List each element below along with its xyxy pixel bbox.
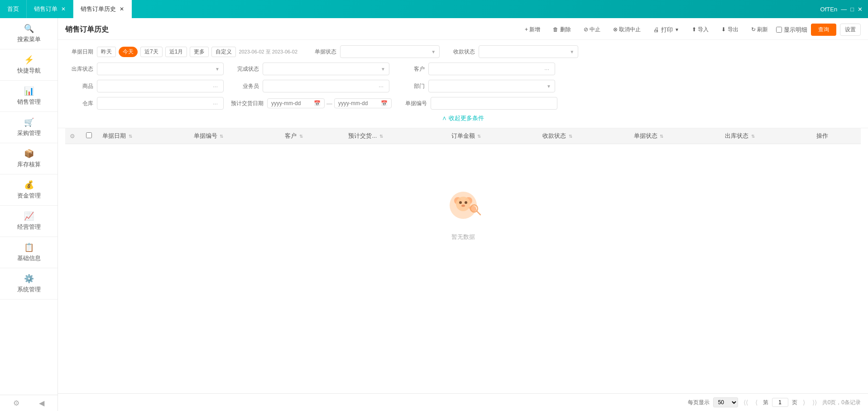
- sidebar-item-operations[interactable]: 📈 经营管理: [0, 206, 58, 237]
- outbound-status-field[interactable]: ▼: [97, 63, 224, 75]
- sidebar-bottom-expand-icon[interactable]: ◀: [39, 399, 44, 407]
- completion-status-field[interactable]: ▼: [263, 63, 389, 75]
- sidebar-item-operations-label: 经营管理: [17, 223, 41, 231]
- page-first-btn[interactable]: ⟨⟨: [742, 398, 750, 407]
- completion-status-label: 完成状态: [231, 65, 263, 73]
- tab-sales-order[interactable]: 销售订单 ✕: [27, 0, 73, 18]
- product-field[interactable]: ···: [97, 80, 224, 92]
- date-btn-1month[interactable]: 近1月: [165, 47, 187, 57]
- warehouse-ellipsis-icon[interactable]: ···: [211, 100, 220, 107]
- order-no-field[interactable]: [431, 97, 557, 110]
- date-btn-custom[interactable]: 自定义: [211, 47, 236, 57]
- delivery-end-input[interactable]: [338, 100, 379, 106]
- table-header-row: ⚙ 单据日期 ⇅ 单据编号 ⇅: [65, 128, 861, 144]
- print-button[interactable]: 🖨 打印 ▼: [649, 24, 684, 36]
- delivery-start-cal-icon[interactable]: 📅: [314, 100, 321, 106]
- sidebar-item-inventory[interactable]: 📦 库存核算: [0, 143, 58, 174]
- table-col-order-status-sort-icon[interactable]: ⇅: [660, 134, 663, 139]
- refresh-button[interactable]: ↻ 刷新: [747, 24, 772, 35]
- department-field[interactable]: ▼: [428, 80, 555, 92]
- warehouse-field[interactable]: ···: [97, 97, 224, 110]
- empty-state: 暂无数据: [65, 144, 861, 259]
- date-btn-yesterday[interactable]: 昨天: [97, 47, 116, 57]
- content-area: 销售订单历史 + 新增 🗑 删除 ⊘ 中止 ⊗ 取消中止 🖨 打印 ▼ ⬆ 导入…: [58, 18, 868, 411]
- sales-rep-ellipsis-icon[interactable]: ···: [377, 83, 385, 90]
- sidebar-item-purchase-mgmt-label: 采购管理: [17, 129, 41, 137]
- sidebar-item-system-mgmt[interactable]: ⚙️ 系统管理: [0, 268, 58, 300]
- finance-icon: 💰: [24, 180, 34, 190]
- table-select-all-checkbox[interactable]: [86, 132, 92, 138]
- table-col-order-status-label: 单据状态: [634, 132, 657, 139]
- expected-delivery-start-field[interactable]: 📅: [267, 98, 325, 108]
- add-button[interactable]: + 新增: [520, 24, 545, 35]
- customer-field[interactable]: ···: [428, 63, 555, 75]
- delivery-start-input[interactable]: [271, 100, 312, 106]
- page-last-btn[interactable]: ⟩⟩: [810, 398, 819, 407]
- query-button[interactable]: 查询: [811, 24, 836, 36]
- table-col-customer: 客户 ⇅: [280, 128, 344, 144]
- import-button[interactable]: ⬆ 导入: [687, 24, 713, 35]
- window-max-btn[interactable]: □: [850, 6, 854, 13]
- table-col-outbound-status-sort-icon[interactable]: ⇅: [751, 134, 755, 139]
- date-btn-7days[interactable]: 近7天: [140, 47, 163, 57]
- tab-home[interactable]: 首页: [0, 0, 27, 18]
- table-col-order-no-sort-icon[interactable]: ⇅: [220, 134, 223, 139]
- print-dropdown-icon[interactable]: ▼: [675, 27, 679, 32]
- search-menu-icon: 🔍: [24, 24, 34, 34]
- warehouse-label: 仓库: [65, 100, 97, 107]
- tab-sales-order-history[interactable]: 销售订单历史 ✕: [73, 0, 132, 18]
- collapse-row[interactable]: ∧ 收起更多条件: [65, 114, 861, 122]
- table-col-order-amount-sort-icon[interactable]: ⇅: [477, 134, 481, 139]
- product-ellipsis-icon[interactable]: ···: [211, 83, 220, 90]
- settings-button[interactable]: 设置: [840, 24, 861, 36]
- table-col-order-amount: 订单金额 ⇅: [447, 128, 538, 144]
- sidebar-item-purchase-mgmt[interactable]: 🛒 采购管理: [0, 112, 58, 143]
- page-header: 销售订单历史 + 新增 🗑 删除 ⊘ 中止 ⊗ 取消中止 🖨 打印 ▼ ⬆ 导入…: [58, 18, 868, 40]
- print-label: 🖨 打印: [653, 26, 673, 34]
- cancel-stop-button[interactable]: ⊗ 取消中止: [609, 24, 645, 35]
- table-col-order-amount-label: 订单金额: [451, 132, 475, 139]
- customer-ellipsis-icon[interactable]: ···: [542, 66, 551, 73]
- date-dash: —: [326, 100, 332, 107]
- per-page-select[interactable]: 50 10 20 100: [713, 397, 738, 407]
- window-min-btn[interactable]: —: [841, 6, 847, 13]
- page-next-btn[interactable]: ⟩: [801, 398, 807, 407]
- system-mgmt-icon: ⚙️: [24, 274, 34, 284]
- delete-button[interactable]: 🗑 删除: [548, 24, 575, 35]
- stop-button[interactable]: ⊘ 中止: [579, 24, 605, 35]
- delivery-end-cal-icon[interactable]: 📅: [381, 100, 388, 106]
- page-input[interactable]: [772, 398, 788, 407]
- sidebar-item-sales-mgmt[interactable]: 📊 销售管理: [0, 81, 58, 112]
- sidebar-item-search-menu[interactable]: 🔍 搜索菜单: [0, 18, 58, 49]
- svg-point-3: [456, 197, 470, 211]
- sidebar-bottom-settings-icon[interactable]: ⚙: [13, 399, 19, 407]
- sidebar-item-basic-info[interactable]: 📋 基础信息: [0, 237, 58, 268]
- tab-sales-order-history-close[interactable]: ✕: [120, 6, 124, 12]
- sidebar-item-quick-nav[interactable]: ⚡ 快捷导航: [0, 49, 58, 81]
- date-btn-today[interactable]: 今天: [119, 47, 138, 57]
- department-label: 部门: [397, 82, 428, 90]
- table-col-expected-delivery-sort-icon[interactable]: ⇅: [379, 134, 383, 139]
- top-bar: 首页 销售订单 ✕ 销售订单历史 ✕ OfTEn — □ ✕: [0, 0, 868, 18]
- table-col-customer-sort-icon[interactable]: ⇅: [299, 134, 303, 139]
- svg-point-5: [465, 201, 467, 204]
- table-col-date-sort-icon[interactable]: ⇅: [129, 134, 132, 139]
- export-button[interactable]: ⬇ 导出: [717, 24, 743, 35]
- sales-rep-field[interactable]: ···: [263, 80, 389, 92]
- sidebar-item-finance[interactable]: 💰 资金管理: [0, 174, 58, 206]
- outbound-status-label: 出库状态: [65, 65, 97, 73]
- show-detail-checkbox[interactable]: [776, 27, 782, 33]
- order-status-field[interactable]: ▼: [340, 45, 440, 58]
- table-gear-icon[interactable]: ⚙: [70, 133, 75, 140]
- window-close-btn[interactable]: ✕: [858, 6, 863, 13]
- expected-delivery-end-field[interactable]: 📅: [334, 98, 392, 108]
- table-col-payment-status-sort-icon[interactable]: ⇅: [569, 134, 572, 139]
- sidebar-item-sales-mgmt-label: 销售管理: [17, 98, 41, 106]
- operations-icon: 📈: [24, 211, 34, 221]
- often-label: OfTEn: [820, 6, 838, 13]
- payment-status-field[interactable]: ▼: [479, 45, 578, 58]
- tab-sales-order-close[interactable]: ✕: [61, 6, 66, 12]
- page-label: 第: [763, 399, 768, 406]
- page-prev-btn[interactable]: ⟨: [753, 398, 759, 407]
- date-btn-more[interactable]: 更多: [190, 47, 209, 57]
